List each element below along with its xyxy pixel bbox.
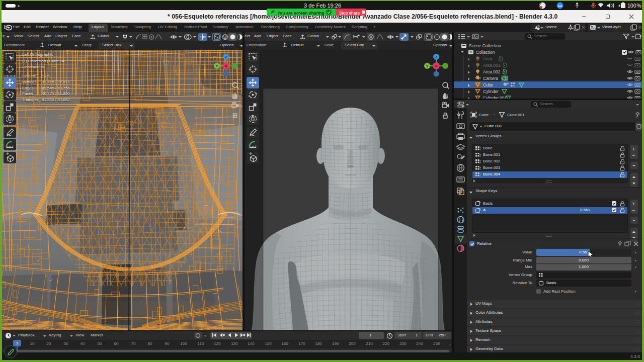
svg-text:zm: zm xyxy=(558,5,562,8)
svg-text:Y: Y xyxy=(426,64,429,68)
svg-text:Z: Z xyxy=(435,55,438,59)
svg-text:X: X xyxy=(225,64,227,68)
svg-text:Z: Z xyxy=(225,55,227,59)
svg-text:X: X xyxy=(435,64,438,68)
svg-text:Y: Y xyxy=(216,64,218,68)
